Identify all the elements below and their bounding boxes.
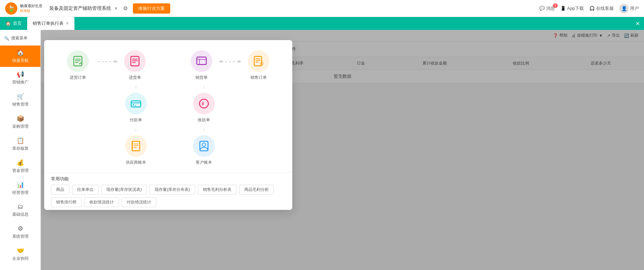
inventory-icon: 📋 xyxy=(17,137,24,144)
purchase-bill-circle xyxy=(124,50,146,72)
trial-btn[interactable]: 体验行业方案 xyxy=(133,3,170,14)
tab-sales-order-exec[interactable]: 销售订单执行表 ✕ xyxy=(27,17,74,30)
payment-label: 付款单 xyxy=(130,117,142,123)
app-download-btn[interactable]: 📱 App下载 xyxy=(560,5,584,12)
sidebar-item-basic-info[interactable]: 🗂 基础信息 xyxy=(2,200,38,221)
receipt-circle: ¥ xyxy=(193,93,215,114)
search-icon: 🔍 xyxy=(4,36,9,41)
flow-customer-ledger[interactable]: 客户账本 xyxy=(184,135,224,165)
func-btn-stock-status[interactable]: 现存量(库存状况表) xyxy=(101,185,147,195)
message-btn[interactable]: 💬 消息 5 xyxy=(539,5,555,12)
system-icon: ⚙ xyxy=(18,225,23,232)
search-menu[interactable]: 🔍 搜索菜单 xyxy=(0,33,40,44)
func-btn-product-margin[interactable]: 商品毛利分析 xyxy=(239,185,274,195)
func-btn-payment-stats[interactable]: 付款情况统计 xyxy=(122,197,156,207)
flow-purchase-bill[interactable]: 进货单 xyxy=(115,50,155,80)
flow-row-3: 供应商账本 客户账本 xyxy=(58,135,279,165)
func-btn-receipt-stats[interactable]: 收款情况统计 xyxy=(84,197,119,207)
sidebar-item-enterprise[interactable]: 🤝 企业协同 xyxy=(2,244,38,265)
purchase-bill-label: 进货单 xyxy=(129,75,141,80)
online-service-label: 在线客服 xyxy=(596,5,614,12)
func-btn-product[interactable]: 商品 xyxy=(51,185,69,195)
sidebar-item-inventory[interactable]: 📋 库存核算 xyxy=(2,133,38,155)
payment-circle: ¥ xyxy=(125,93,147,114)
marketing-icon: 📢 xyxy=(17,71,24,78)
sidebar-item-quick-nav[interactable]: 🏠 快捷导航 xyxy=(0,46,40,67)
sidebar-item-marketing[interactable]: 📢 营销推广 xyxy=(2,67,38,89)
system-title: 装备及固定资产辅助管理系统 xyxy=(49,5,111,12)
online-service-btn[interactable]: 🎧 在线客服 xyxy=(589,5,614,12)
tab-home[interactable]: 🏠 首页 xyxy=(0,17,27,30)
flow-row-2: ¥ 付款单 ¥ 收款单 xyxy=(58,93,279,123)
flow-payment[interactable]: ¥ 付款单 xyxy=(116,93,156,123)
func-buttons-row2: 销售排行榜 收款情况统计 付款情况统计 xyxy=(51,197,285,207)
sales-order-label: 销售订单 xyxy=(250,75,267,80)
sales-order-circle xyxy=(248,50,269,72)
system-dropdown-btn[interactable]: ▼ xyxy=(114,6,118,11)
svg-rect-22 xyxy=(132,141,140,151)
tab-sales-label: 销售订单执行表 xyxy=(33,20,64,26)
logo-sub: 标准版 xyxy=(20,8,42,13)
basic-info-icon: 🗂 xyxy=(17,203,23,210)
svg-rect-15 xyxy=(260,62,263,65)
purchase-icon: 📦 xyxy=(17,115,24,122)
tab-close-icon[interactable]: ✕ xyxy=(66,21,69,26)
arrow-down-supplier: ↓ xyxy=(116,126,156,132)
message-icon: 💬 xyxy=(539,6,545,11)
user-area[interactable]: 👤 用户 xyxy=(619,4,639,13)
modal-box: 进货订单 ▶ 进货单 xyxy=(44,40,292,210)
tab-bar-close-btn[interactable]: ✕ xyxy=(636,20,640,27)
sales-icon: 🛒 xyxy=(17,93,24,100)
sidebar-item-purchase[interactable]: 📦 采购管理 xyxy=(2,111,38,133)
supplier-ledger-label: 供应商账本 xyxy=(126,160,146,165)
download-icon: 📱 xyxy=(560,6,566,11)
svg-rect-26 xyxy=(132,142,133,150)
settings-icon[interactable]: ⚙ xyxy=(121,4,130,13)
service-icon: 🎧 xyxy=(589,6,595,11)
message-badge: 5 xyxy=(553,3,558,8)
user-label: 用户 xyxy=(630,5,639,12)
flow-purchase-order[interactable]: 进货订单 xyxy=(58,50,98,80)
svg-text:¥: ¥ xyxy=(201,101,204,106)
func-btn-sales-margin[interactable]: 销售毛利分析表 xyxy=(198,185,237,195)
svg-rect-8 xyxy=(197,57,206,65)
system-title-area: 装备及固定资产辅助管理系统 ▼ ⚙ 体验行业方案 xyxy=(49,3,539,14)
svg-text:¥: ¥ xyxy=(134,104,136,107)
common-functions: 常用功能 商品 往来单位 现存量(库存状况表) 现存量(库存分布表) 销售毛利分… xyxy=(44,172,292,210)
sidebar-item-sales[interactable]: 🛒 销售管理 xyxy=(2,89,38,111)
flow-arrows-down: ↓ ↓ xyxy=(58,84,279,89)
logo-icon: 🍃 xyxy=(5,2,17,15)
sales-bill-label: 销货单 xyxy=(195,75,208,80)
sidebar-item-guide[interactable]: 📖 新手引导 xyxy=(2,266,38,270)
main-layout: 🔍 搜索菜单 🏠 快捷导航 📢 营销推广 🛒 销售管理 📦 采购管理 📋 库存核… xyxy=(0,30,644,270)
modal-overlay[interactable]: 进货订单 ▶ 进货单 xyxy=(41,30,644,270)
home-icon: 🏠 xyxy=(5,21,11,26)
sidebar-item-finance[interactable]: 💰 资金管理 xyxy=(2,156,38,177)
func-btn-sales-ranking[interactable]: 销售排行榜 xyxy=(51,197,82,207)
logo-area: 🍃 畅康通好生意 标准版 xyxy=(5,2,46,15)
quick-nav-icon: 🏠 xyxy=(17,49,24,56)
logo-name: 畅康通好生意 xyxy=(20,3,42,8)
sidebar-item-operations[interactable]: 📊 经营管理 xyxy=(2,178,38,199)
sidebar: 🔍 搜索菜单 🏠 快捷导航 📢 营销推广 🛒 销售管理 📦 采购管理 📋 库存核… xyxy=(0,30,41,270)
flow-sales-bill[interactable]: 销货单 xyxy=(181,50,222,80)
flow-arrow-2: ◀ xyxy=(222,61,239,62)
sales-bill-circle xyxy=(191,50,212,72)
svg-point-28 xyxy=(202,143,206,146)
operations-icon: 📊 xyxy=(17,181,24,188)
flow-sales-order[interactable]: 销售订单 xyxy=(239,50,279,80)
header-right: 💬 消息 5 📱 App下载 🎧 在线客服 👤 用户 xyxy=(539,4,639,13)
sidebar-item-system[interactable]: ⚙ 系统管理 xyxy=(2,221,38,243)
flow-supplier-ledger[interactable]: 供应商账本 xyxy=(116,135,156,165)
tab-bar: 🏠 首页 销售订单执行表 ✕ ✕ xyxy=(0,17,644,30)
content-area: ❓ 帮助 🖨 按模板打印 ▼ ↗ 导出 🔄 刷新 📅 — 📅 xyxy=(41,30,644,270)
flow-receipt[interactable]: ¥ 收款单 xyxy=(184,93,224,123)
flow-arrow-1: ▶ xyxy=(98,61,115,62)
receipt-label: 收款单 xyxy=(198,117,210,123)
flow-section: 进货订单 ▶ 进货单 xyxy=(44,40,292,172)
flow-row-1: 进货订单 ▶ 进货单 xyxy=(58,50,279,80)
func-btn-partner[interactable]: 往来单位 xyxy=(72,185,99,195)
func-btn-stock-dist[interactable]: 现存量(库存分布表) xyxy=(150,185,195,195)
finance-icon: 💰 xyxy=(17,159,24,166)
user-avatar: 👤 xyxy=(619,4,629,13)
